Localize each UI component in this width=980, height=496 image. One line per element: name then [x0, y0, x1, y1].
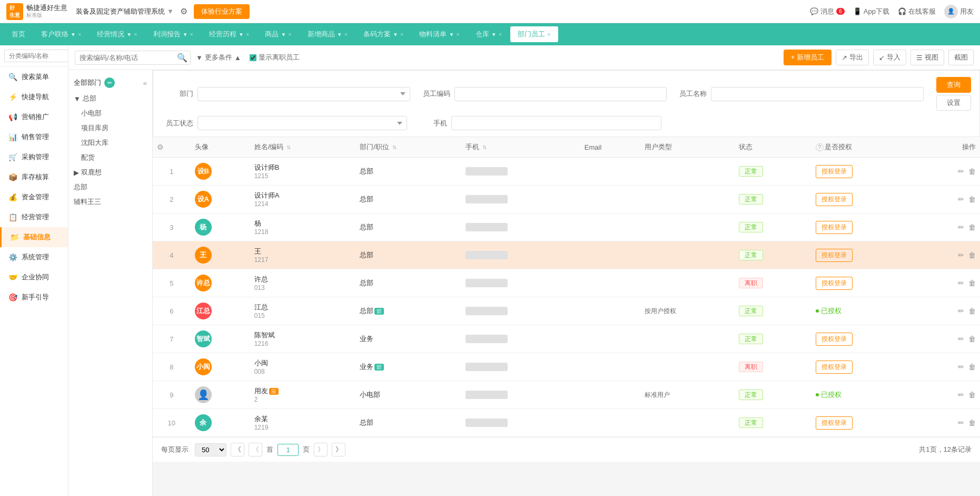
dept-tree-item-shuanglu[interactable]: ▶ 双鹿想: [68, 165, 152, 180]
sidebar-item-finance[interactable]: 💰资金管理: [0, 187, 68, 207]
dept-tree-item-project[interactable]: 项目库房: [68, 121, 152, 135]
filter-more-btn[interactable]: ▼ 更多条件 ▲: [192, 51, 245, 64]
filter-status-select[interactable]: [197, 116, 407, 130]
filter-name-input[interactable]: [711, 87, 924, 101]
edit-icon[interactable]: ✏: [958, 251, 964, 259]
dept-edit-button[interactable]: ✏: [104, 77, 115, 88]
auth-login-button[interactable]: 授权登录: [816, 333, 853, 346]
prev-page-btn[interactable]: 〈: [249, 443, 262, 456]
settings-icon[interactable]: ⚙: [180, 6, 187, 16]
sidebar-item-inventory[interactable]: 📦库存核算: [0, 167, 68, 187]
filter-dept-select[interactable]: [197, 87, 410, 101]
delete-icon[interactable]: 🗑: [968, 335, 976, 343]
app-download-btn[interactable]: 📱 App下载: [853, 7, 889, 16]
sidebar-item-collab[interactable]: 🤝企业协同: [0, 267, 68, 287]
tab-bom[interactable]: 物料清单 ▼ ×: [412, 26, 467, 42]
col-settings-icon[interactable]: ⚙: [157, 143, 164, 151]
filter-code-input[interactable]: [454, 87, 667, 101]
sidebar-item-basic[interactable]: 📁基础信息: [0, 227, 68, 247]
tab-profit[interactable]: 利润报告 ▼ ×: [146, 26, 201, 42]
delete-icon[interactable]: 🗑: [968, 363, 976, 371]
tab-new-goods[interactable]: 新增商品 ▼ ×: [300, 26, 355, 42]
tab-goods[interactable]: 商品 ▼ ×: [258, 26, 299, 42]
sort-dept-icon[interactable]: ⇅: [392, 144, 397, 150]
auth-login-button[interactable]: 授权登录: [816, 416, 853, 430]
dept-tree-item-zongbu[interactable]: ▼ 总部: [68, 91, 152, 106]
employee-name: 用友应: [254, 386, 352, 396]
sidebar-item-marketing[interactable]: 📢营销推广: [0, 107, 68, 127]
delete-icon[interactable]: 🗑: [968, 279, 976, 287]
per-page-select[interactable]: 50 100: [195, 443, 226, 456]
sidebar-item-sales[interactable]: 📊销售管理: [0, 127, 68, 147]
online-service-btn[interactable]: 🎧 在线客服: [898, 7, 936, 16]
td-email: [580, 241, 640, 269]
filter-phone-input[interactable]: [451, 116, 661, 130]
dept-tree-item-fuliao[interactable]: 辅料王三: [68, 194, 152, 209]
delete-icon[interactable]: 🗑: [968, 307, 976, 315]
delete-icon[interactable]: 🗑: [968, 223, 976, 231]
dept-tree-item-peihuo[interactable]: 配货: [68, 150, 152, 165]
edit-icon[interactable]: ✏: [958, 391, 964, 399]
sort-phone-icon[interactable]: ⇅: [482, 144, 487, 150]
tab-operation[interactable]: 经营情况 ▼ ×: [90, 26, 144, 42]
edit-icon[interactable]: ✏: [958, 167, 964, 176]
auth-login-button[interactable]: 授权登录: [816, 221, 853, 234]
delete-icon[interactable]: 🗑: [968, 251, 976, 259]
dept-tree-item-xiaodibu[interactable]: 小电部: [68, 106, 152, 121]
dropdown-icon[interactable]: ▼: [167, 7, 174, 15]
td-user-type: [640, 353, 735, 381]
import-button[interactable]: ↙ 导入: [873, 50, 906, 65]
show-resigned-checkbox[interactable]: [250, 54, 256, 61]
auth-login-button[interactable]: 授权登录: [816, 193, 853, 206]
auth-login-button[interactable]: 授权登录: [816, 361, 853, 374]
reset-button[interactable]: 设置: [936, 95, 971, 111]
export-button[interactable]: ↗ 导出: [836, 50, 869, 65]
main-search-button[interactable]: 🔍: [177, 53, 187, 63]
delete-icon[interactable]: 🗑: [968, 195, 976, 203]
first-page-btn[interactable]: 《: [231, 443, 244, 456]
sidebar-item-search[interactable]: 🔍搜索菜单: [0, 67, 68, 87]
dept-tree-item-shenyang[interactable]: 沈阳大库: [68, 135, 152, 150]
edit-icon[interactable]: ✏: [958, 335, 964, 343]
delete-icon[interactable]: 🗑: [968, 391, 976, 399]
tab-dept-staff[interactable]: 部门员工 ×: [510, 26, 558, 42]
edit-icon[interactable]: ✏: [958, 279, 964, 287]
next-page-btn[interactable]: 〉: [314, 443, 328, 456]
sidebar-item-operations[interactable]: 📋经营管理: [0, 207, 68, 227]
edit-icon[interactable]: ✏: [958, 363, 964, 371]
more-button[interactable]: 截图: [948, 50, 974, 65]
dept-tree-item-zongbu2[interactable]: 总部: [68, 180, 152, 194]
sidebar-item-system[interactable]: ⚙️系统管理: [0, 247, 68, 267]
show-resigned-label[interactable]: 显示离职员工: [250, 53, 300, 62]
last-page-btn[interactable]: 》: [332, 443, 345, 456]
current-page-input[interactable]: [278, 444, 299, 456]
sidebar-search-input[interactable]: [4, 50, 68, 62]
message-btn[interactable]: 💬 消息 6: [810, 7, 845, 16]
tab-customer[interactable]: 客户联络 ▼ ×: [34, 26, 88, 42]
dept-collapse-btn[interactable]: «: [143, 79, 147, 87]
delete-icon[interactable]: 🗑: [968, 419, 976, 427]
user-avatar-btn[interactable]: 👤 用友: [944, 5, 974, 18]
query-button[interactable]: 查询: [936, 77, 971, 93]
main-search-input[interactable]: [75, 51, 191, 65]
auth-login-button[interactable]: 授权登录: [816, 165, 853, 178]
sidebar-item-purchase[interactable]: 🛒采购管理: [0, 147, 68, 167]
sidebar-item-guide[interactable]: 🎯新手引导: [0, 287, 68, 307]
edit-icon[interactable]: ✏: [958, 223, 964, 231]
trial-button[interactable]: 体验行业方案: [194, 4, 250, 19]
tab-home[interactable]: 首页: [4, 26, 33, 42]
edit-icon[interactable]: ✏: [958, 419, 964, 427]
edit-icon[interactable]: ✏: [958, 307, 964, 315]
auth-login-button[interactable]: 授权登录: [816, 249, 853, 262]
edit-icon[interactable]: ✏: [958, 195, 964, 203]
tab-barcode[interactable]: 条码方案 ▼ ×: [356, 26, 411, 42]
sort-name-icon[interactable]: ⇅: [286, 144, 291, 150]
add-employee-button[interactable]: + 新增员工: [784, 50, 831, 65]
view-button[interactable]: ☰ 视图: [910, 50, 944, 65]
delete-icon[interactable]: 🗑: [968, 167, 976, 176]
sidebar-item-nav[interactable]: ⚡快捷导航: [0, 87, 68, 107]
auth-help-icon[interactable]: ?: [816, 143, 824, 151]
auth-login-button[interactable]: 授权登录: [816, 277, 853, 290]
tab-warehouse[interactable]: 仓库 ▼ ×: [468, 26, 509, 42]
tab-history[interactable]: 经营历程 ▼ ×: [202, 26, 256, 42]
